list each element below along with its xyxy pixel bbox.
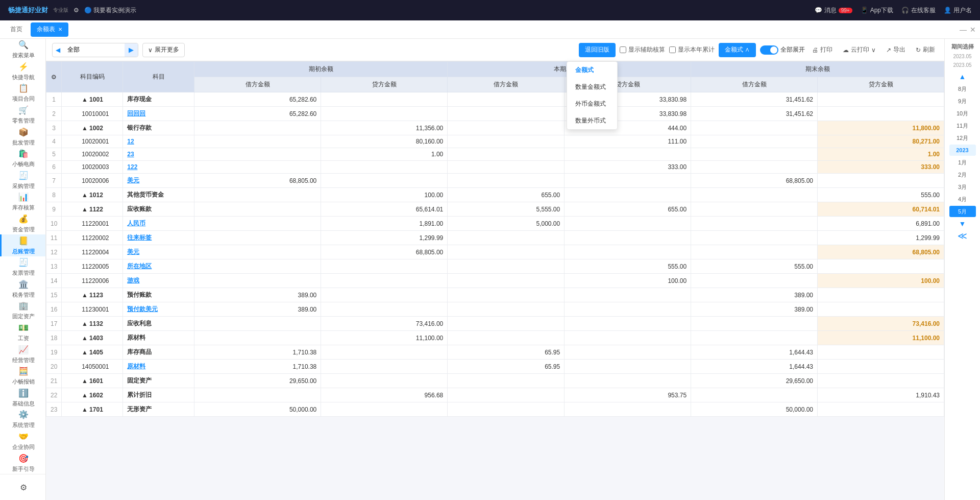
sidebar-item-retail[interactable]: 🛒 零售管理 bbox=[0, 104, 45, 126]
sidebar-item-collab[interactable]: 🤝 企业协同 bbox=[0, 431, 45, 453]
sidebar-item-ecommerce[interactable]: 🛍️ 小畅电商 bbox=[0, 148, 45, 170]
month-1[interactable]: 1月 bbox=[949, 157, 976, 168]
export-btn[interactable]: ↗ 导出 bbox=[883, 43, 909, 57]
return-old-btn[interactable]: 退回旧版 bbox=[579, 43, 616, 57]
settings-icon[interactable]: ⚙ bbox=[74, 7, 79, 14]
row-ob-dr: 1,710.38 bbox=[194, 345, 321, 360]
sidebar-item-base[interactable]: ℹ️ 基础信息 bbox=[0, 387, 45, 409]
month-10[interactable]: 10月 bbox=[949, 108, 976, 119]
period-up-btn[interactable]: ▲ bbox=[949, 71, 976, 82]
check-assist-input[interactable] bbox=[620, 46, 626, 53]
sidebar-item-nav[interactable]: ⚡ 快捷导航 bbox=[0, 61, 45, 83]
tab-close-icon[interactable]: ✕ bbox=[58, 27, 62, 32]
sidebar-item-contract[interactable]: 📋 项目合同 bbox=[0, 82, 45, 104]
row-eb-cr bbox=[818, 402, 944, 417]
refresh-btn[interactable]: ↻ 刷新 bbox=[913, 43, 938, 57]
sidebar-item-guide[interactable]: 🎯 新手引导 bbox=[0, 452, 45, 474]
print-btn[interactable]: 🖨 打印 bbox=[809, 43, 836, 57]
dropdown-item-qty-foreign[interactable]: 数量外币式 bbox=[567, 112, 617, 129]
row-cur-cr bbox=[565, 231, 691, 245]
dropdown-item-amount[interactable]: 金额式 bbox=[567, 62, 617, 79]
window-restore-btn[interactable]: — bbox=[960, 26, 967, 34]
toggle-expand-btn[interactable]: 全部展开 bbox=[760, 45, 805, 55]
row-name[interactable]: 23 bbox=[123, 148, 194, 161]
check-year-input[interactable] bbox=[669, 46, 676, 53]
online-service-btn[interactable]: 🎧 在线客服 bbox=[901, 6, 936, 15]
row-name: 银行存款 bbox=[123, 121, 194, 135]
row-ob-dr: 389.00 bbox=[194, 288, 321, 302]
row-name[interactable]: 所在地区 bbox=[123, 259, 194, 274]
row-name[interactable]: 12 bbox=[123, 135, 194, 148]
row-code: ▲ 1405 bbox=[62, 345, 123, 360]
row-cur-dr bbox=[448, 121, 565, 135]
sidebar-item-system[interactable]: ⚙️ 系统管理 bbox=[0, 409, 45, 431]
month-12[interactable]: 12月 bbox=[949, 132, 976, 144]
row-name[interactable]: 原材料 bbox=[123, 360, 194, 374]
tab-balance[interactable]: 余额表 ✕ bbox=[31, 22, 68, 37]
row-eb-cr: 555.00 bbox=[818, 188, 944, 202]
row-no: 19 bbox=[46, 345, 62, 360]
check-year-label[interactable]: 显示本年累计 bbox=[669, 45, 715, 54]
dropdown-item-qty-amount[interactable]: 数量金额式 bbox=[567, 79, 617, 96]
sidebar-item-wholesale[interactable]: 📦 批发管理 bbox=[0, 126, 45, 148]
sidebar-item-operations[interactable]: 📈 经营管理 bbox=[0, 343, 45, 365]
sidebar-item-search[interactable]: 🔍 搜索菜单 bbox=[0, 39, 45, 61]
row-ob-dr bbox=[194, 231, 321, 245]
row-name[interactable]: 美元 bbox=[123, 245, 194, 259]
month-11[interactable]: 11月 bbox=[949, 120, 976, 131]
search-back-icon[interactable]: ◀ bbox=[53, 46, 63, 54]
sidebar-item-funds[interactable]: 💰 资金管理 bbox=[0, 213, 45, 235]
month-9[interactable]: 9月 bbox=[949, 96, 976, 107]
demo-link[interactable]: 🔵 我要看实例演示 bbox=[84, 6, 136, 15]
cloud-print-btn[interactable]: ☁ 云打印 ∨ bbox=[840, 43, 879, 57]
row-name[interactable]: 往来标签 bbox=[123, 231, 194, 245]
search-input[interactable] bbox=[63, 43, 125, 57]
check-assist-label[interactable]: 显示辅助核算 bbox=[620, 45, 665, 54]
month-3[interactable]: 3月 bbox=[949, 181, 976, 193]
sidebar-item-ledger[interactable]: 📒 总账管理 bbox=[0, 234, 45, 256]
month-5[interactable]: 5月 bbox=[949, 206, 976, 217]
row-name[interactable]: 人民币 bbox=[123, 217, 194, 231]
user-avatar[interactable]: 👤 用户名 bbox=[944, 6, 972, 15]
tax-icon: 🏛️ bbox=[18, 279, 29, 289]
row-name: 预付账款 bbox=[123, 288, 194, 302]
row-eb-dr bbox=[691, 217, 818, 231]
app-logo: 畅捷通好业财 bbox=[8, 6, 48, 15]
row-name[interactable]: 122 bbox=[123, 161, 194, 174]
period-down-btn[interactable]: ▼ bbox=[949, 218, 976, 229]
row-cur-dr bbox=[448, 231, 565, 245]
toggle-switch[interactable] bbox=[760, 45, 778, 55]
app-download-btn[interactable]: 📱 App下载 bbox=[861, 6, 893, 15]
sidebar-settings-btn[interactable]: ⚙ bbox=[0, 474, 45, 500]
expand-more-btn[interactable]: ∨ 展开更多 bbox=[142, 43, 185, 57]
period-collapse-btn[interactable]: ≪ bbox=[949, 230, 976, 242]
window-close-btn[interactable]: ✕ bbox=[970, 26, 976, 34]
row-eb-cr bbox=[818, 259, 944, 274]
row-name[interactable]: 游戏 bbox=[123, 274, 194, 288]
row-ob-cr bbox=[321, 274, 448, 288]
sidebar-label-wholesale: 批发管理 bbox=[12, 139, 35, 147]
message-btn[interactable]: 💬 消息 99+ bbox=[815, 6, 852, 15]
table-row: 12 11220004 美元 68,805.00 68,805.00 bbox=[46, 245, 944, 259]
sidebar-item-tax[interactable]: 🏛️ 税务管理 bbox=[0, 278, 45, 300]
row-name[interactable]: 回回回 bbox=[123, 107, 194, 121]
row-name[interactable]: 美元 bbox=[123, 174, 194, 188]
tab-home[interactable]: 首页 bbox=[4, 22, 29, 37]
col-settings[interactable]: ⚙ bbox=[46, 62, 62, 92]
sidebar-item-assets[interactable]: 🏢 固定资产 bbox=[0, 300, 45, 322]
search-button[interactable]: ▶ bbox=[125, 43, 138, 57]
row-name[interactable]: 预付款美元 bbox=[123, 302, 194, 317]
sidebar-item-expense[interactable]: 🧮 小畅报销 bbox=[0, 365, 45, 387]
sidebar-item-purchase[interactable]: 🧾 采购管理 bbox=[0, 170, 45, 192]
sidebar-item-payroll[interactable]: 💵 工资 bbox=[0, 322, 45, 344]
year-2023[interactable]: 2023 bbox=[949, 145, 976, 156]
month-8[interactable]: 8月 bbox=[949, 83, 976, 94]
month-2[interactable]: 2月 bbox=[949, 169, 976, 180]
sidebar-item-inventory[interactable]: 📊 库存核算 bbox=[0, 191, 45, 213]
month-4[interactable]: 4月 bbox=[949, 194, 976, 205]
dropdown-item-foreign-amount[interactable]: 外币金额式 bbox=[567, 96, 617, 112]
sidebar-label-guide: 新手引导 bbox=[12, 465, 35, 473]
sidebar-item-invoice[interactable]: 🧾 发票管理 bbox=[0, 256, 45, 278]
mode-dropdown-btn[interactable]: 金额式 ∧ bbox=[719, 43, 756, 57]
row-code: 10020003 bbox=[62, 161, 123, 174]
